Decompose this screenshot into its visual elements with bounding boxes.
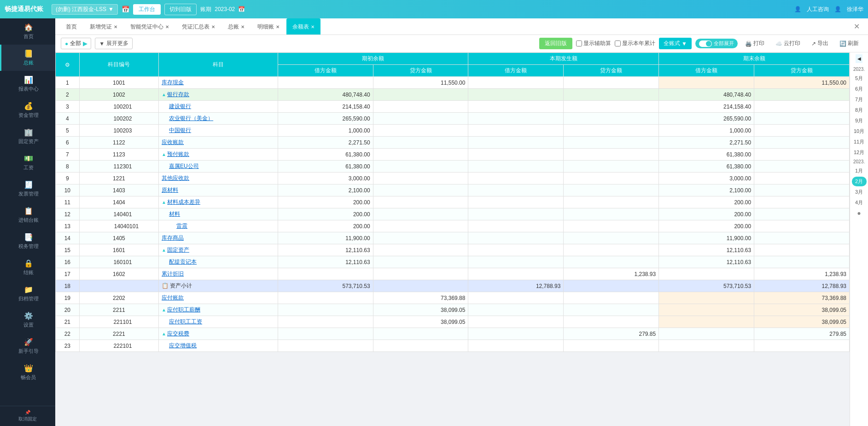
- month-7[interactable]: 7月: [852, 95, 867, 104]
- sidebar-item-closing[interactable]: 🔒 结账: [0, 254, 55, 281]
- account-name-link[interactable]: 应交增值税: [169, 342, 197, 349]
- month-11[interactable]: 11月: [852, 137, 867, 147]
- cell-name[interactable]: ▲应交税费: [159, 328, 278, 340]
- month-9[interactable]: 9月: [852, 116, 867, 126]
- account-name-link[interactable]: 应付账款: [162, 294, 184, 301]
- account-name-link[interactable]: 材料: [169, 211, 180, 217]
- sidebar-item-fixed[interactable]: 🏢 固定资产: [0, 123, 55, 150]
- cell-name[interactable]: 应交增值税: [159, 340, 278, 352]
- month-10[interactable]: 10月: [852, 127, 867, 136]
- account-name-link[interactable]: 其他应收款: [162, 175, 189, 181]
- cell-name[interactable]: 应付职工工资: [159, 316, 278, 328]
- expand-row-icon[interactable]: ▲: [162, 331, 166, 336]
- cell-name[interactable]: 农业银行（美金）: [159, 113, 278, 125]
- tab-new-voucher[interactable]: 新增凭证 ✕: [84, 18, 123, 35]
- sidebar-item-purchase[interactable]: 📋 进销台账: [0, 202, 55, 228]
- print-button[interactable]: 🖨️ 打印: [741, 38, 768, 49]
- sidebar-item-report[interactable]: 📊 报表中心: [0, 71, 55, 97]
- sidebar-item-newguide[interactable]: 🚀 新手引导: [0, 333, 55, 359]
- account-name-link[interactable]: 原材料: [162, 187, 178, 193]
- sidebar-item-invoice[interactable]: 🧾 发票管理: [0, 176, 55, 202]
- cell-name[interactable]: 建设银行: [159, 101, 278, 113]
- expand-row-icon[interactable]: ▲: [162, 152, 166, 157]
- month-8[interactable]: 8月: [852, 105, 867, 115]
- account-name-link[interactable]: 中国银行: [169, 127, 191, 133]
- tab-general-ledger[interactable]: 总账 ✕: [222, 18, 250, 35]
- expand-more-button[interactable]: ▼ 展开更多: [95, 38, 133, 49]
- return-old-button[interactable]: 返回旧版: [539, 38, 572, 49]
- account-name-link[interactable]: 库存商品: [162, 235, 184, 241]
- company-selector[interactable]: (勿删) 江西股金-LSS ▼: [52, 4, 118, 15]
- expand-row-icon[interactable]: ▲: [162, 307, 166, 312]
- tab-smart-voucher[interactable]: 智能凭证中心 ✕: [124, 18, 175, 35]
- export-button[interactable]: ↗ 导出: [808, 38, 832, 49]
- workbench-button[interactable]: 工作台: [133, 4, 161, 15]
- account-name-link[interactable]: 材料成本差异: [167, 199, 200, 205]
- cell-name[interactable]: 其他应收款: [159, 173, 278, 184]
- cell-name[interactable]: 嘉属EU公司: [159, 161, 278, 173]
- cloud-print-button[interactable]: ☁️ 云打印: [772, 38, 804, 49]
- close-all-tabs[interactable]: ✕: [850, 22, 863, 31]
- show-aux-checkbox-label[interactable]: 显示辅助算: [576, 40, 611, 47]
- cell-name[interactable]: 原材料: [159, 184, 278, 196]
- sidebar-item-settings[interactable]: ⚙️ 设置: [0, 307, 55, 333]
- cell-name[interactable]: 材料: [159, 208, 278, 220]
- tab-detail-ledger-close[interactable]: ✕: [276, 24, 280, 29]
- cell-name[interactable]: ▲材料成本差异: [159, 196, 278, 208]
- unpin-button[interactable]: 📌 取消固定: [18, 410, 37, 422]
- sidebar-item-home[interactable]: 🏠 首页: [0, 18, 55, 45]
- account-name-link[interactable]: 固定资产: [167, 247, 189, 253]
- close-panel-icon[interactable]: ●: [856, 208, 862, 218]
- account-name-link[interactable]: 建设银行: [169, 103, 191, 109]
- full-format-button[interactable]: 全账式 ▼: [659, 38, 692, 49]
- cell-name[interactable]: 应收账款: [159, 137, 278, 149]
- tab-balance-sheet-close[interactable]: ✕: [311, 24, 315, 29]
- cell-name[interactable]: 库存商品: [159, 232, 278, 244]
- cell-name[interactable]: 配提贡记本: [159, 256, 278, 268]
- show-aux-checkbox[interactable]: [576, 40, 582, 46]
- month-4[interactable]: 4月: [852, 198, 867, 207]
- cell-name[interactable]: ▲应付职工薪酬: [159, 304, 278, 316]
- cell-name[interactable]: 中国银行: [159, 125, 278, 137]
- account-name-link[interactable]: 应交税费: [167, 330, 189, 337]
- tab-home[interactable]: 首页: [60, 18, 83, 35]
- account-name-link[interactable]: 配提贡记本: [169, 259, 197, 265]
- account-name-link[interactable]: 应付职工工资: [169, 318, 202, 325]
- account-name-link[interactable]: 应付职工薪酬: [167, 306, 200, 313]
- account-name-link[interactable]: 雷震: [176, 223, 187, 229]
- cell-name[interactable]: 雷震: [159, 220, 278, 232]
- account-name-link[interactable]: 嘉属EU公司: [169, 163, 199, 169]
- filter-all-button[interactable]: ● 全部 ▶: [61, 38, 91, 49]
- tab-voucher-summary-close[interactable]: ✕: [211, 24, 215, 29]
- account-name-link[interactable]: 应收账款: [162, 139, 184, 145]
- show-ytd-checkbox-label[interactable]: 显示本年累计: [615, 40, 655, 47]
- sidebar-item-capital[interactable]: 💰 资金管理: [0, 97, 55, 123]
- cell-name[interactable]: ▲固定资产: [159, 244, 278, 256]
- expand-row-icon[interactable]: ▲: [162, 248, 166, 253]
- refresh-button[interactable]: 🔄 刷新: [836, 38, 862, 49]
- tab-detail-ledger[interactable]: 明细账 ✕: [251, 18, 285, 35]
- account-name-link[interactable]: 库存现金: [162, 79, 184, 86]
- consult-label[interactable]: 人工咨询: [807, 6, 829, 13]
- tab-new-voucher-close[interactable]: ✕: [114, 24, 117, 29]
- cell-name[interactable]: ▲预付账款: [159, 149, 278, 161]
- tab-balance-sheet[interactable]: 余额表 ✕: [286, 18, 320, 35]
- month-6[interactable]: 6月: [852, 84, 867, 94]
- expand-all-toggle[interactable]: 全部展开: [695, 39, 738, 48]
- tab-smart-voucher-close[interactable]: ✕: [165, 24, 169, 29]
- month-2[interactable]: 2月: [852, 177, 867, 186]
- tab-voucher-summary[interactable]: 凭证汇总表 ✕: [176, 18, 221, 35]
- cell-name[interactable]: 库存现金: [159, 77, 278, 89]
- account-name-link[interactable]: 银行存款: [167, 91, 189, 98]
- cell-name[interactable]: ▲银行存款: [159, 89, 278, 101]
- expand-row-icon[interactable]: ▲: [162, 200, 166, 205]
- cell-name[interactable]: 应付账款: [159, 292, 278, 304]
- month-12[interactable]: 12月: [852, 148, 867, 157]
- expand-row-icon[interactable]: ▲: [162, 92, 166, 97]
- sidebar-item-wage[interactable]: 💵 工资: [0, 150, 55, 176]
- account-name-link[interactable]: 预付账款: [167, 151, 189, 157]
- month-1[interactable]: 1月: [852, 166, 867, 176]
- switch-version-button[interactable]: 切到旧版: [164, 4, 197, 15]
- show-ytd-checkbox[interactable]: [615, 40, 621, 46]
- sidebar-item-ledger[interactable]: 📒 总账: [0, 45, 55, 71]
